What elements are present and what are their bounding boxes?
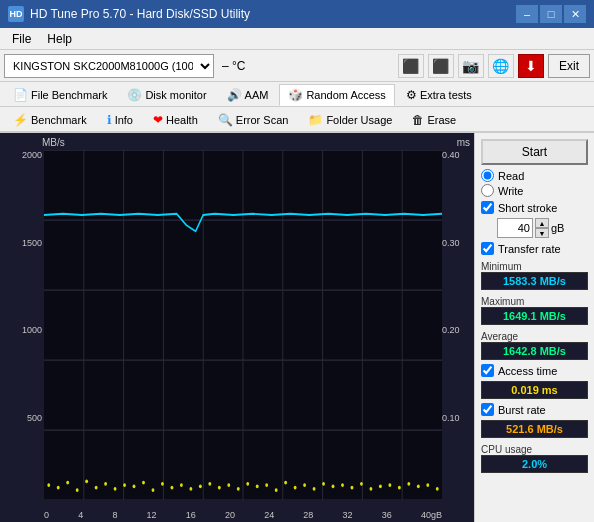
- burst-rate-checkbox[interactable]: [481, 403, 494, 416]
- svg-point-34: [218, 486, 221, 490]
- read-radio[interactable]: [481, 169, 494, 182]
- tab-erase[interactable]: 🗑 Erase: [403, 109, 465, 131]
- svg-point-26: [142, 481, 145, 485]
- tab-random-access[interactable]: 🎲 Random Access: [279, 84, 394, 106]
- exit-button[interactable]: Exit: [548, 54, 590, 78]
- aam-icon: 🔊: [227, 88, 242, 102]
- svg-point-48: [351, 486, 354, 490]
- svg-point-43: [303, 483, 306, 487]
- tabs-row2: ⚡ Benchmark ℹ Info ❤ Health 🔍 Error Scan…: [0, 107, 594, 132]
- svg-point-22: [104, 482, 107, 486]
- tab-aam[interactable]: 🔊 AAM: [218, 84, 278, 106]
- svg-point-55: [417, 484, 420, 488]
- access-time-checkbox[interactable]: [481, 364, 494, 377]
- burst-rate-checkbox-label[interactable]: Burst rate: [481, 403, 588, 416]
- transfer-rate-checkbox[interactable]: [481, 242, 494, 255]
- short-stroke-spinbox[interactable]: [497, 218, 533, 238]
- tab-file-benchmark[interactable]: 📄 File Benchmark: [4, 84, 116, 106]
- error-scan-icon: 🔍: [218, 113, 233, 127]
- short-stroke-label[interactable]: Short stroke: [481, 201, 588, 214]
- svg-point-47: [341, 483, 344, 487]
- tab-erase-label: Erase: [427, 114, 456, 126]
- cpu-usage-section: CPU usage 2.0%: [481, 442, 588, 473]
- start-button[interactable]: Start: [481, 139, 588, 165]
- titlebar: HD HD Tune Pro 5.70 - Hard Disk/SSD Util…: [0, 0, 594, 28]
- info-icon: ℹ: [107, 113, 112, 127]
- drive-select[interactable]: KINGSTON SKC2000M81000G (1000 GB): [4, 54, 214, 78]
- minimum-section: Minimum 1583.3 MB/s: [481, 259, 588, 290]
- maximum-value: 1649.1 MB/s: [481, 307, 588, 325]
- menubar: File Help: [0, 28, 594, 50]
- svg-point-31: [189, 487, 192, 491]
- short-stroke-unit: gB: [551, 222, 564, 234]
- svg-point-52: [388, 483, 391, 487]
- svg-point-29: [171, 486, 174, 490]
- toolbar-icon-2[interactable]: ⬛: [428, 54, 454, 78]
- short-stroke-text: Short stroke: [498, 202, 557, 214]
- svg-point-57: [436, 487, 439, 491]
- tab-error-scan[interactable]: 🔍 Error Scan: [209, 109, 298, 131]
- write-radio-label[interactable]: Write: [481, 184, 588, 197]
- svg-point-33: [208, 482, 211, 486]
- titlebar-title: HD Tune Pro 5.70 - Hard Disk/SSD Utility: [30, 7, 250, 21]
- transfer-rate-label[interactable]: Transfer rate: [481, 242, 588, 255]
- tab-disk-monitor[interactable]: 💿 Disk monitor: [118, 84, 215, 106]
- svg-point-25: [133, 484, 136, 488]
- short-stroke-checkbox[interactable]: [481, 201, 494, 214]
- read-label: Read: [498, 170, 524, 182]
- spinbox-down-button[interactable]: ▼: [535, 228, 549, 238]
- toolbar-icon-download[interactable]: ⬇: [518, 54, 544, 78]
- svg-point-49: [360, 482, 363, 486]
- svg-point-17: [57, 486, 60, 490]
- maximize-button[interactable]: □: [540, 5, 562, 23]
- menu-help[interactable]: Help: [39, 30, 80, 48]
- chart-area: MB/s ms 2000 1500 1000 500 0.40 0.30 0.2…: [0, 133, 474, 522]
- short-stroke-spinbox-row: ▲ ▼ gB: [497, 218, 588, 238]
- tab-benchmark[interactable]: ⚡ Benchmark: [4, 109, 96, 131]
- svg-point-56: [426, 483, 429, 487]
- svg-point-24: [123, 483, 126, 487]
- svg-point-27: [152, 488, 155, 492]
- svg-point-51: [379, 484, 382, 488]
- average-section: Average 1642.8 MB/s: [481, 329, 588, 360]
- tab-info[interactable]: ℹ Info: [98, 109, 142, 131]
- spinbox-up-button[interactable]: ▲: [535, 218, 549, 228]
- menu-file[interactable]: File: [4, 30, 39, 48]
- tab-extra-tests[interactable]: ⚙ Extra tests: [397, 84, 481, 106]
- tab-benchmark-label: Benchmark: [31, 114, 87, 126]
- write-radio[interactable]: [481, 184, 494, 197]
- cpu-usage-label: CPU usage: [481, 444, 588, 455]
- svg-point-18: [66, 481, 69, 485]
- titlebar-left: HD HD Tune Pro 5.70 - Hard Disk/SSD Util…: [8, 6, 250, 22]
- burst-rate-text: Burst rate: [498, 404, 546, 416]
- tab-extra-tests-label: Extra tests: [420, 89, 472, 101]
- svg-point-19: [76, 488, 79, 492]
- toolbar-icon-1[interactable]: ⬛: [398, 54, 424, 78]
- read-radio-label[interactable]: Read: [481, 169, 588, 182]
- x-axis-labels: 0 4 8 12 16 20 24 28 32 36 40gB: [44, 510, 442, 520]
- tab-health[interactable]: ❤ Health: [144, 109, 207, 131]
- tab-health-label: Health: [166, 114, 198, 126]
- toolbar-icon-3[interactable]: 📷: [458, 54, 484, 78]
- svg-point-16: [47, 483, 50, 487]
- chart-svg: [44, 150, 442, 500]
- average-value: 1642.8 MB/s: [481, 342, 588, 360]
- folder-usage-icon: 📁: [308, 113, 323, 127]
- toolbar-icon-4[interactable]: 🌐: [488, 54, 514, 78]
- close-button[interactable]: ✕: [564, 5, 586, 23]
- health-icon: ❤: [153, 113, 163, 127]
- svg-point-30: [180, 483, 183, 487]
- access-time-text: Access time: [498, 365, 557, 377]
- svg-point-54: [407, 482, 410, 486]
- burst-rate-value: 521.6 MB/s: [481, 420, 588, 438]
- access-time-value: 0.019 ms: [481, 381, 588, 399]
- nav-section: 📄 File Benchmark 💿 Disk monitor 🔊 AAM 🎲 …: [0, 82, 594, 133]
- svg-point-20: [85, 479, 88, 483]
- access-time-checkbox-label[interactable]: Access time: [481, 364, 588, 377]
- svg-point-39: [265, 483, 268, 487]
- tab-folder-usage[interactable]: 📁 Folder Usage: [299, 109, 401, 131]
- extra-tests-icon: ⚙: [406, 88, 417, 102]
- minimize-button[interactable]: –: [516, 5, 538, 23]
- svg-point-40: [275, 488, 278, 492]
- app-icon: HD: [8, 6, 24, 22]
